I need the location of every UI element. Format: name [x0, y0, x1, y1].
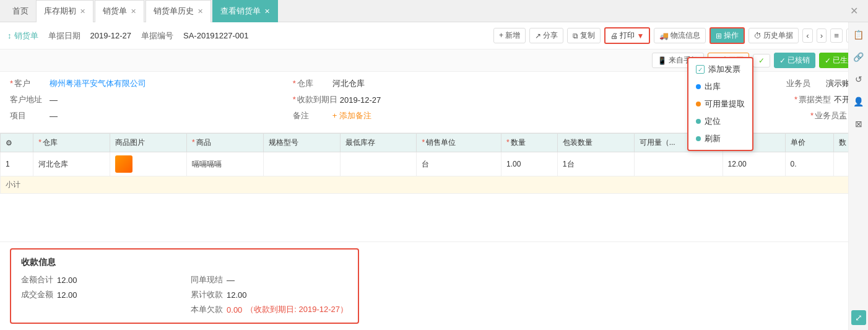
- sidebar-icon-link[interactable]: 🔗: [851, 50, 866, 64]
- due-date-value: 2019-12-27: [340, 95, 381, 105]
- row-product-image: [110, 152, 187, 176]
- th-spec: 规格型号: [263, 134, 340, 152]
- nav-next-button[interactable]: ›: [817, 28, 827, 43]
- truck-icon: 🚚: [659, 32, 669, 40]
- logistics-button[interactable]: 🚚 物流信息: [654, 28, 706, 43]
- tab-sales-history[interactable]: 销货单历史 ✕: [145, 0, 211, 22]
- payment-info-title: 收款信息: [21, 257, 348, 268]
- customer-value[interactable]: 柳州粤港平安气体有限公司: [50, 78, 146, 89]
- row-warehouse: 河北仓库: [33, 152, 110, 176]
- print-dropdown-icon: ▼: [636, 32, 644, 40]
- subtotal-label: 小计: [1, 176, 868, 194]
- tab-view-sales[interactable]: 查看销货单 ✕: [212, 0, 278, 22]
- outbound-dot-icon: [696, 84, 701, 89]
- tab-close-inventory[interactable]: ✕: [80, 7, 85, 15]
- check-button[interactable]: ✓: [753, 54, 770, 67]
- copy-icon: ⧉: [573, 32, 578, 40]
- date-value: 2019-12-27: [90, 31, 132, 40]
- sidebar-icon-user[interactable]: 👤: [851, 94, 866, 109]
- th-warehouse: 仓库: [33, 134, 110, 152]
- amount-label: 金额合计: [21, 274, 53, 285]
- available-qty-label: 可用量提取: [705, 98, 745, 110]
- salesperson2-label: 业务员盂: [810, 110, 848, 121]
- dropdown-item-available-qty[interactable]: 可用量提取: [688, 95, 752, 113]
- th-product-image: 商品图片: [110, 134, 187, 152]
- payment-info-section: 收款信息 金额合计 12.00 同单现结 — 成交金额 12.00: [0, 241, 868, 330]
- locate-label: 定位: [705, 116, 721, 127]
- tab-close-sales[interactable]: ✕: [131, 7, 136, 15]
- row-unit: 台: [417, 152, 501, 176]
- view-list-button[interactable]: ≡: [830, 28, 843, 43]
- dropdown-item-outbound[interactable]: 出库: [688, 78, 752, 95]
- th-settings[interactable]: ⚙: [1, 134, 33, 152]
- row-available: [634, 152, 723, 176]
- row-spec: [263, 152, 340, 176]
- available-qty-dot-icon: [696, 102, 701, 106]
- due-date-field: 收款到期日 2019-12-27: [293, 94, 576, 105]
- subtotal-row: 小计: [1, 176, 868, 194]
- sidebar-icon-clipboard[interactable]: 📋: [851, 27, 866, 42]
- tab-close-history[interactable]: ✕: [197, 7, 203, 15]
- sidebar-icon-grid[interactable]: ⊠: [851, 116, 866, 131]
- address-field: 客户地址 —: [10, 94, 293, 105]
- refresh-label: 刷新: [705, 133, 721, 144]
- row-package-qty: 1台: [557, 152, 634, 176]
- row-quantity: 1.00: [501, 152, 558, 176]
- dropdown-item-refresh[interactable]: 刷新: [688, 130, 752, 147]
- tab-home[interactable]: 首页: [5, 0, 36, 22]
- doc-header: ↕ 销货单 单据日期 2019-12-27 单据编号 SA-20191227-0…: [0, 22, 868, 50]
- sidebar-icon-expand[interactable]: ⤢: [851, 310, 866, 325]
- print-button[interactable]: 🖨 打印 ▼: [604, 27, 650, 44]
- doc-type-icon: ↕: [7, 31, 12, 40]
- project-field: 项目 —: [10, 110, 293, 121]
- amount-value: 12.00: [57, 276, 77, 285]
- salesperson-label: 业务员: [786, 78, 823, 89]
- copy-button[interactable]: ⧉ 复制: [567, 28, 601, 43]
- number-value: SA-20191227-001: [183, 31, 249, 40]
- th-package-qty: 包装数量: [557, 134, 634, 152]
- note-field: 备注 + 添加备注: [293, 110, 576, 121]
- same-order-label: 同单现结: [191, 274, 223, 285]
- amount-row: 金额合计 12.00: [21, 274, 178, 285]
- same-order-row: 同单现结 —: [191, 274, 348, 285]
- tab-inventory-init[interactable]: 库存期初 ✕: [36, 0, 93, 22]
- refresh-dot-icon: [696, 136, 701, 141]
- row-min-stock: [340, 152, 417, 176]
- operations-button[interactable]: ⊞ 操作: [710, 27, 745, 44]
- tab-sales-order[interactable]: 销货单 ✕: [95, 0, 144, 22]
- dropdown-item-add-invoice[interactable]: ✓ 添加发票: [688, 61, 752, 78]
- sold-button[interactable]: ✓ 已核销: [774, 53, 815, 68]
- th-min-stock: 最低库存: [340, 134, 417, 152]
- transaction-row: 成交金额 12.00: [21, 289, 178, 300]
- effective-icon: ✓: [825, 56, 831, 65]
- add-note-button[interactable]: + 添加备注: [332, 110, 371, 121]
- add-invoice-label: 添加发票: [708, 64, 740, 75]
- new-button[interactable]: + 新增: [493, 28, 526, 43]
- th-unit: 销售单位: [417, 134, 501, 152]
- operations-dropdown: ✓ 添加发票 出库 可用量提取 定位 刷新: [687, 57, 753, 151]
- tab-close-view[interactable]: ✕: [264, 7, 270, 15]
- sidebar-icon-refresh[interactable]: ↺: [851, 72, 866, 87]
- payment-info-grid: 金额合计 12.00 同单现结 — 成交金额 12.00 累计收款 12.00: [21, 274, 348, 315]
- payment-info-box: 收款信息 金额合计 12.00 同单现结 — 成交金额 12.00: [10, 248, 359, 324]
- due-date-label: 收款到期日: [293, 94, 337, 105]
- row-unit-price: 0.: [785, 152, 833, 176]
- note-label: 备注: [293, 110, 330, 121]
- right-sidebar: 📋 🔗 ↺ 👤 ⊠ ⤢: [848, 22, 868, 330]
- project-label: 项目: [10, 110, 47, 121]
- share-button[interactable]: ↗ 分享: [529, 28, 563, 43]
- sold-icon: ✓: [779, 56, 786, 65]
- locate-dot-icon: [696, 119, 701, 124]
- check-icon: ✓: [758, 56, 765, 65]
- dropdown-item-locate[interactable]: 定位: [688, 113, 752, 130]
- cumulative-value: 12.00: [227, 290, 247, 300]
- nav-prev-button[interactable]: ‹: [802, 28, 812, 43]
- history-button[interactable]: ⏱ 历史单据: [749, 28, 799, 43]
- balance-label: 本单欠款: [191, 304, 223, 315]
- tab-bar-close-button[interactable]: ✕: [845, 5, 863, 17]
- row-product-name: 嗝嗝嗝嗝: [187, 152, 264, 176]
- product-thumbnail: [115, 155, 132, 173]
- row-index: 1: [1, 152, 33, 176]
- customer-label: 客户: [10, 78, 47, 89]
- date-label: 单据日期: [48, 30, 80, 41]
